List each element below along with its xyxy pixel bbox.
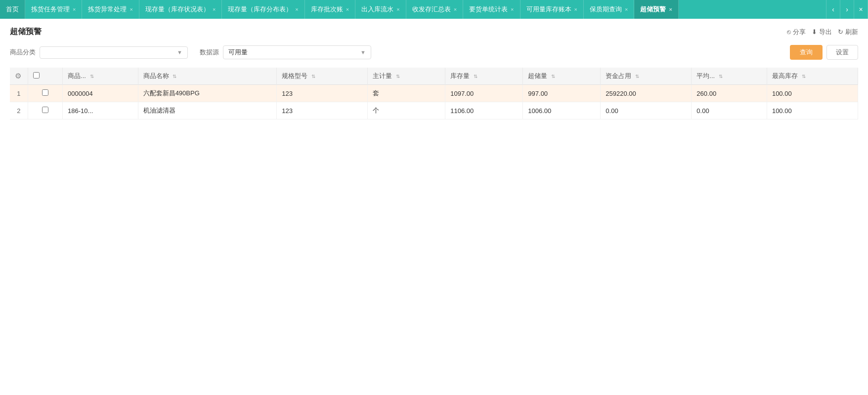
topbar-item-label-1: 拣货任务管理 — [31, 5, 70, 14]
topbar-item-close-7[interactable]: × — [454, 6, 457, 12]
filter-buttons: 查询 设置 — [790, 45, 858, 60]
main-content: 超储预警 ⎋ 分享 ⬇ 导出 ↻ 刷新 商品分类 ▼ 数据源 — [0, 19, 868, 395]
topbar-item-11[interactable]: 超储预警× — [634, 0, 678, 19]
topbar-next-arrow[interactable]: › — [840, 0, 854, 19]
topbar-item-4[interactable]: 现存量（库存分布表）× — [222, 0, 304, 19]
checkbox-header[interactable] — [28, 68, 63, 85]
col-capital: 资金占用 ⇅ — [601, 68, 692, 85]
export-icon: ⬇ — [812, 28, 817, 36]
sort-capital-icon[interactable]: ⇅ — [635, 74, 639, 79]
row-overstock-1: 1006.00 — [523, 102, 601, 119]
topbar-item-label-2: 拣货异常处理 — [88, 5, 127, 14]
topbar-prev-arrow[interactable]: ‹ — [826, 0, 840, 19]
topbar-item-label-3: 现存量（库存状况表） — [145, 5, 210, 14]
row-index-1: 2 — [10, 102, 28, 119]
col-max-stock: 最高库存 ⇅ — [767, 68, 858, 85]
table-row: 1 0000004 六配套新昌490BPG 123 套 1097.00 997.… — [10, 85, 858, 102]
gear-icon[interactable]: ⚙ — [15, 72, 21, 80]
topbar-item-label-8: 要货单统计表 — [469, 5, 508, 14]
datasource-label: 数据源 — [200, 48, 219, 57]
topbar-item-label-7: 收发存汇总表 — [412, 5, 451, 14]
row-checkbox-1[interactable] — [42, 107, 48, 113]
sort-stock-icon[interactable]: ⇅ — [474, 74, 477, 79]
col-product-code: 商品... ⇅ — [63, 68, 138, 85]
topbar-item-label-10: 保质期查询 — [590, 5, 622, 14]
topbar-item-0[interactable]: 首页 — [0, 0, 25, 19]
sort-unit-icon[interactable]: ⇅ — [396, 74, 400, 79]
sort-max-stock-icon[interactable]: ⇅ — [802, 74, 806, 79]
topbar-item-close-6[interactable]: × — [396, 6, 399, 12]
topbar-item-close-10[interactable]: × — [625, 6, 628, 12]
sort-overstock-icon[interactable]: ⇅ — [551, 74, 555, 79]
sort-product-name-icon[interactable]: ⇅ — [173, 74, 176, 79]
topbar-item-1[interactable]: 拣货任务管理× — [25, 0, 82, 19]
sort-product-code-icon[interactable]: ⇅ — [90, 74, 94, 79]
settings-button[interactable]: 设置 — [826, 45, 858, 60]
category-value — [45, 49, 47, 56]
topbar-close-arrow[interactable]: × — [854, 0, 868, 19]
datasource-filter: 数据源 可用量 ▼ — [200, 45, 371, 59]
page-header: 超储预警 ⎋ 分享 ⬇ 导出 ↻ 刷新 — [10, 27, 858, 37]
table-header-row: ⚙ 商品... ⇅ 商品名称 ⇅ 规格型号 ⇅ 主计量 — [10, 68, 858, 85]
topbar-item-label-0: 首页 — [6, 5, 19, 14]
topbar-item-5[interactable]: 库存批次账× — [305, 0, 355, 19]
topbar-item-close-3[interactable]: × — [213, 6, 216, 12]
refresh-action[interactable]: ↻ 刷新 — [838, 28, 858, 37]
row-spec-1: 123 — [277, 102, 368, 119]
row-max-stock-1: 100.00 — [767, 102, 858, 119]
sort-spec-icon[interactable]: ⇅ — [311, 74, 315, 79]
topbar-item-label-6: 出入库流水 — [361, 5, 393, 14]
topbar-item-label-4: 现存量（库存分布表） — [228, 5, 292, 14]
topbar-item-close-4[interactable]: × — [295, 6, 298, 12]
topbar-item-close-1[interactable]: × — [73, 6, 76, 12]
topbar-item-10[interactable]: 保质期查询× — [584, 0, 634, 19]
datasource-chevron-icon: ▼ — [360, 49, 366, 55]
col-avg: 平均... ⇅ — [692, 68, 767, 85]
refresh-icon: ↻ — [838, 28, 843, 36]
select-all-checkbox[interactable] — [33, 72, 40, 79]
topbar-item-close-9[interactable]: × — [574, 6, 577, 12]
category-select[interactable]: ▼ — [40, 46, 188, 59]
datasource-value: 可用量 — [228, 48, 248, 57]
topbar: 首页拣货任务管理×拣货异常处理×现存量（库存状况表）×现存量（库存分布表）×库存… — [0, 0, 868, 19]
topbar-item-close-2[interactable]: × — [130, 6, 132, 12]
row-checkbox-0[interactable] — [42, 89, 48, 96]
row-checkbox-cell-0[interactable] — [28, 85, 63, 102]
row-checkbox-cell-1[interactable] — [28, 102, 63, 119]
topbar-item-7[interactable]: 收发存汇总表× — [406, 0, 463, 19]
row-product-name-1: 机油滤清器 — [138, 102, 277, 119]
page-actions: ⎋ 分享 ⬇ 导出 ↻ 刷新 — [787, 28, 858, 37]
topbar-item-label-11: 超储预警 — [640, 5, 666, 14]
data-table: ⚙ 商品... ⇅ 商品名称 ⇅ 规格型号 ⇅ 主计量 — [10, 68, 858, 119]
row-capital-0: 259220.00 — [601, 85, 692, 102]
topbar-item-close-8[interactable]: × — [511, 6, 514, 12]
share-action[interactable]: ⎋ 分享 — [787, 28, 806, 37]
gear-header[interactable]: ⚙ — [10, 68, 28, 85]
row-index-0: 1 — [10, 85, 28, 102]
topbar-item-close-5[interactable]: × — [346, 6, 349, 12]
col-stock: 库存量 ⇅ — [445, 68, 523, 85]
col-overstock: 超储量 ⇅ — [523, 68, 601, 85]
export-action[interactable]: ⬇ 导出 — [812, 28, 832, 37]
topbar-item-2[interactable]: 拣货异常处理× — [82, 0, 139, 19]
category-label: 商品分类 — [10, 48, 36, 57]
topbar-item-close-11[interactable]: × — [669, 6, 672, 12]
row-capital-1: 0.00 — [601, 102, 692, 119]
sort-avg-icon[interactable]: ⇅ — [719, 74, 723, 79]
topbar-item-label-9: 可用量库存账本 — [526, 5, 571, 14]
datasource-select[interactable]: 可用量 ▼ — [223, 45, 371, 59]
row-product-code-0: 0000004 — [63, 85, 138, 102]
query-button[interactable]: 查询 — [790, 45, 823, 60]
topbar-item-3[interactable]: 现存量（库存状况表）× — [139, 0, 222, 19]
row-stock-0: 1097.00 — [445, 85, 523, 102]
topbar-item-6[interactable]: 出入库流水× — [355, 0, 406, 19]
share-icon: ⎋ — [787, 28, 791, 36]
col-unit: 主计量 ⇅ — [368, 68, 445, 85]
category-filter: 商品分类 ▼ — [10, 46, 188, 59]
topbar-nav-arrows: ‹ › × — [826, 0, 868, 19]
topbar-item-9[interactable]: 可用量库存账本× — [521, 0, 584, 19]
row-avg-0: 260.00 — [692, 85, 767, 102]
row-stock-1: 1106.00 — [445, 102, 523, 119]
category-chevron-icon: ▼ — [177, 49, 182, 55]
topbar-item-8[interactable]: 要货单统计表× — [463, 0, 520, 19]
